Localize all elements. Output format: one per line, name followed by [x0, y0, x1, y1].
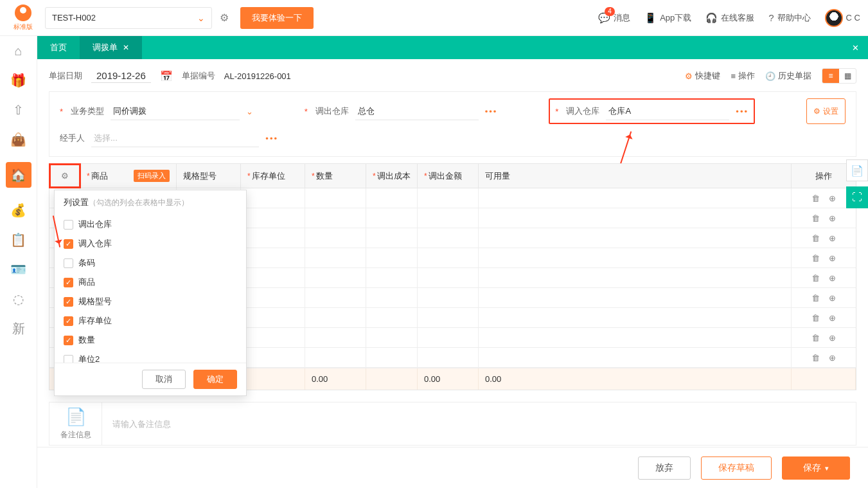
colset-item-label: 数量: [78, 334, 95, 346]
save-draft-button[interactable]: 保存草稿: [701, 456, 772, 480]
delete-row-icon[interactable]: 🗑: [811, 313, 820, 323]
add-row-icon[interactable]: ⊕: [829, 293, 836, 303]
shortcut-link[interactable]: ⚙快捷键: [685, 70, 720, 82]
save-button[interactable]: 保存▾: [782, 456, 850, 480]
biz-type-input[interactable]: [111, 102, 240, 120]
discard-button[interactable]: 放弃: [638, 456, 691, 480]
checkbox[interactable]: [64, 336, 73, 345]
headset-icon: 🎧: [705, 12, 718, 24]
delete-row-icon[interactable]: 🗑: [811, 293, 820, 303]
handler-input[interactable]: [91, 129, 259, 147]
nav-new-icon[interactable]: 新: [12, 321, 26, 336]
delete-row-icon[interactable]: 🗑: [811, 233, 820, 243]
delete-row-icon[interactable]: 🗑: [811, 353, 820, 363]
checkbox[interactable]: [64, 297, 73, 307]
colset-list[interactable]: 调出仓库调入仓库条码商品规格型号库存单位数量单位2: [55, 215, 246, 363]
col-spec: 规格型号: [177, 164, 241, 188]
calendar-icon[interactable]: 📅: [160, 70, 173, 82]
required-mark: *: [305, 107, 308, 116]
nav-card-icon[interactable]: 🪪: [12, 262, 26, 276]
nav-home-icon[interactable]: ⌂: [12, 44, 26, 58]
checkbox[interactable]: [64, 278, 73, 287]
delete-row-icon[interactable]: 🗑: [811, 273, 820, 283]
colset-item[interactable]: 调出仓库: [64, 215, 237, 234]
col-settings-button[interactable]: ⚙: [49, 164, 80, 188]
colset-title: 列设置（勾选的列会在表格中显示）: [55, 190, 246, 215]
doc-header: 单据日期 2019-12-26 📅 单据编号 AL-20191226-001 ⚙…: [49, 68, 856, 84]
colset-item[interactable]: 调入仓库: [64, 234, 237, 253]
float-expand-icon[interactable]: ⛶: [846, 186, 868, 208]
add-row-icon[interactable]: ⊕: [829, 253, 836, 263]
field-settings-button[interactable]: ⚙设置: [806, 98, 846, 124]
colset-item[interactable]: 条码: [64, 253, 237, 273]
more-icon[interactable]: •••: [736, 107, 748, 116]
checkbox[interactable]: [64, 258, 73, 268]
nav-gift-icon[interactable]: 🎁: [12, 73, 26, 87]
colset-cancel-button[interactable]: 取消: [142, 370, 186, 389]
trial-button[interactable]: 我要体验一下: [240, 7, 314, 29]
form-area: * 业务类型 ⌄ * 调出仓库 ••• * 调入仓库 ••• ⚙设置: [49, 91, 856, 157]
float-doc-icon[interactable]: 📄: [846, 159, 868, 181]
brand-label: 标准版: [8, 23, 39, 32]
nav-warehouse-icon[interactable]: 🏠: [6, 162, 31, 188]
colset-item[interactable]: 规格型号: [64, 292, 237, 311]
checkbox[interactable]: [64, 316, 73, 326]
add-row-icon[interactable]: ⊕: [829, 353, 836, 363]
colset-item[interactable]: 数量: [64, 330, 237, 350]
ops-link[interactable]: ≡操作: [731, 70, 755, 82]
date-label: 单据日期: [49, 70, 82, 82]
help-link[interactable]: ? 帮助中心: [768, 12, 810, 24]
notes-input[interactable]: [102, 419, 856, 429]
service-link[interactable]: 🎧 在线客服: [705, 12, 754, 24]
date-value[interactable]: 2019-12-26: [91, 69, 151, 83]
table-head: ⚙ *商品扫码录入 规格型号 *库存单位 *数量 *调出成本 *调出金额 可用量…: [49, 164, 856, 188]
add-row-icon[interactable]: ⊕: [829, 333, 836, 343]
nav-dots-icon[interactable]: ◌: [12, 292, 26, 306]
add-row-icon[interactable]: ⊕: [829, 233, 836, 243]
nav-money-icon[interactable]: 💰: [12, 203, 26, 217]
topbar: 标准版 TEST-H002 ⌄ ⚙ 我要体验一下 💬 消息 4 📱 App下载 …: [0, 0, 868, 36]
view-grid-icon[interactable]: ▦: [839, 69, 856, 83]
more-icon[interactable]: •••: [485, 107, 498, 116]
view-toggle: ≡ ▦: [822, 68, 856, 84]
settings-icon[interactable]: ⚙: [220, 12, 229, 24]
close-all-tabs[interactable]: ✕: [842, 36, 868, 59]
col-qty: *数量: [305, 164, 366, 188]
nav-bag-icon[interactable]: 👜: [12, 132, 26, 147]
view-list-icon[interactable]: ≡: [822, 69, 839, 83]
checkbox[interactable]: [64, 220, 73, 230]
delete-row-icon[interactable]: 🗑: [811, 333, 820, 343]
history-link[interactable]: 🕘历史单据: [765, 70, 811, 82]
delete-row-icon[interactable]: 🗑: [811, 213, 820, 223]
tab-transfer[interactable]: 调拨单 ✕: [80, 36, 142, 59]
delete-row-icon[interactable]: 🗑: [811, 194, 820, 203]
chevron-down-icon: ⌄: [197, 13, 205, 23]
checkbox[interactable]: [64, 355, 73, 363]
more-icon[interactable]: •••: [265, 134, 278, 143]
download-link[interactable]: 📱 App下载: [644, 12, 691, 24]
colset-item-label: 库存单位: [78, 315, 112, 327]
delete-row-icon[interactable]: 🗑: [811, 253, 820, 263]
add-row-icon[interactable]: ⊕: [829, 273, 836, 283]
checkbox[interactable]: [64, 239, 73, 249]
colset-item[interactable]: 商品: [64, 273, 237, 292]
messages-link[interactable]: 💬 消息 4: [598, 12, 630, 24]
user-name: C C: [846, 13, 860, 23]
in-wh-input[interactable]: [606, 102, 729, 120]
tab-home[interactable]: 首页: [37, 36, 80, 59]
colset-item[interactable]: 单位2: [64, 350, 237, 363]
add-row-icon[interactable]: ⊕: [829, 194, 836, 203]
add-row-icon[interactable]: ⊕: [829, 313, 836, 323]
add-row-icon[interactable]: ⊕: [829, 213, 836, 223]
colset-item[interactable]: 库存单位: [64, 311, 237, 330]
scan-entry-badge[interactable]: 扫码录入: [134, 170, 170, 182]
nav-up-icon[interactable]: ⇧: [12, 103, 26, 117]
history-icon: 🕘: [765, 71, 775, 81]
chevron-down-icon[interactable]: ⌄: [246, 107, 253, 116]
org-selector[interactable]: TEST-H002 ⌄: [45, 7, 212, 29]
colset-confirm-button[interactable]: 确定: [193, 370, 237, 389]
user-menu[interactable]: C C: [825, 9, 860, 27]
tab-close-icon[interactable]: ✕: [123, 43, 129, 52]
nav-clipboard-icon[interactable]: 📋: [12, 233, 26, 247]
out-wh-input[interactable]: [355, 102, 479, 120]
